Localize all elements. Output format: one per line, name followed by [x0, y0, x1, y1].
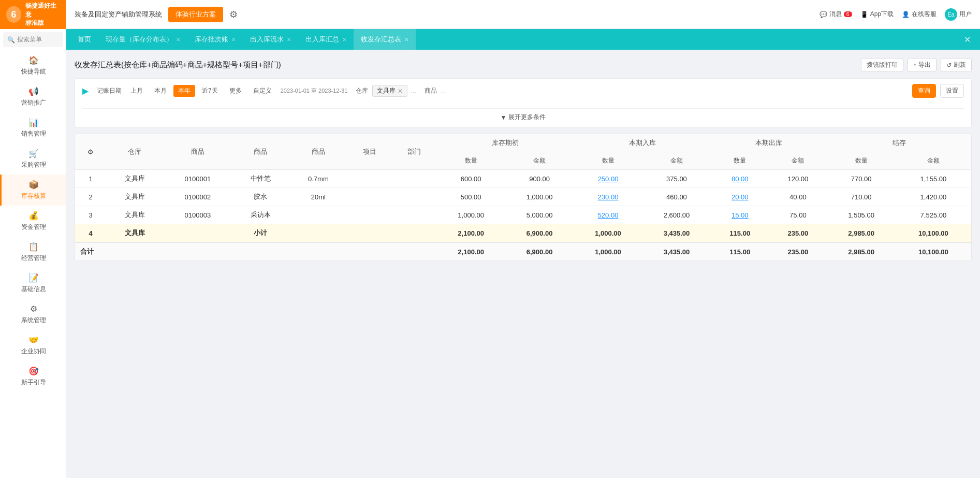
col-department-header: 部门	[392, 134, 436, 170]
sidebar-item-sales[interactable]: 📊 销售管理	[0, 112, 66, 143]
row-in-qty-link[interactable]: 520.00	[598, 211, 619, 219]
warehouse-tag[interactable]: 文具库 ✕	[372, 85, 407, 97]
message-icon: 💬	[820, 11, 827, 18]
filter-toggle-icon[interactable]: ▶	[82, 86, 89, 96]
row-project	[347, 170, 392, 188]
row-out-qty-link[interactable]: 15.00	[732, 211, 749, 219]
warehouse-ellipsis[interactable]: ...	[411, 87, 416, 95]
sidebar-item-inventory[interactable]: 📦 库存核算	[0, 175, 66, 206]
row-open-amt: 900.00	[505, 170, 574, 188]
date-btn-this-year[interactable]: 本年	[173, 85, 195, 97]
topbar-actions: 💬 消息 6 📱 App下载 👤 在线客服 Ea 用户	[820, 8, 972, 21]
tab-close-summary[interactable]: ✕	[342, 37, 346, 42]
row-out-qty[interactable]: 20.00	[711, 188, 769, 206]
row-close-amt: 1,420.00	[896, 188, 971, 206]
row-department	[392, 206, 436, 224]
footer-out-qty: 115.00	[711, 242, 769, 260]
main-content: 收发存汇总表(按仓库+商品编码+商品+规格型号+项目+部门) 拨镜版打印 ↑ 导…	[66, 50, 980, 478]
col-open-amt: 金额	[505, 152, 574, 170]
sidebar-item-system[interactable]: ⚙ 系统管理	[0, 299, 66, 330]
row-open-qty: 1,000.00	[436, 206, 505, 224]
tab-recv-send[interactable]: 收发存汇总表 ✕	[354, 29, 416, 50]
row-department	[392, 170, 436, 188]
date-btn-last-month[interactable]: 上月	[126, 85, 148, 97]
sidebar-item-enterprise[interactable]: 🤝 企业协同	[0, 330, 66, 361]
sidebar-item-purchase[interactable]: 🛒 采购管理	[0, 143, 66, 175]
row-close-amt: 10,100.00	[896, 224, 971, 243]
row-serial: 4	[75, 224, 106, 243]
row-out-qty[interactable]: 80.00	[711, 170, 769, 188]
download-icon: 📱	[860, 11, 868, 18]
system-icon: ⚙	[30, 304, 37, 314]
online-service-button[interactable]: 👤 在线客服	[902, 10, 937, 19]
message-button[interactable]: 💬 消息 6	[820, 10, 852, 19]
warehouse-tag-close[interactable]: ✕	[398, 88, 403, 95]
date-btn-7days[interactable]: 近7天	[197, 85, 223, 97]
experience-button[interactable]: 体验行业方案	[168, 7, 223, 22]
footer-label: 合计	[75, 242, 436, 260]
row-goods-spec	[289, 224, 347, 243]
goods-ellipsis[interactable]: ...	[441, 87, 447, 95]
tab-close-stock-dist[interactable]: ✕	[176, 37, 180, 42]
tab-home[interactable]: 首页	[70, 29, 98, 50]
tab-stock-dist[interactable]: 现存量（库存分布表） ✕	[98, 29, 187, 50]
warehouse-tags: 文具库 ✕ ...	[372, 85, 416, 97]
col-closing-header: 结存	[827, 134, 971, 152]
user-button[interactable]: Ea 用户	[945, 8, 972, 21]
search-menu[interactable]: 🔍 搜索菜单	[3, 32, 63, 47]
footer-close-qty: 2,985.00	[827, 242, 895, 260]
tab-close-recv-send[interactable]: ✕	[404, 37, 408, 42]
table-body: 1文具库0100001中性笔0.7mm600.00900.00250.00375…	[75, 170, 971, 243]
app-download-button[interactable]: 📱 App下载	[860, 10, 894, 19]
row-in-qty[interactable]: 230.00	[574, 188, 642, 206]
table-settings-icon[interactable]: ⚙	[87, 148, 94, 156]
row-in-qty-link[interactable]: 230.00	[598, 193, 619, 201]
query-actions: 查询 设置	[912, 84, 964, 98]
row-out-qty-link[interactable]: 20.00	[732, 193, 749, 201]
sidebar-item-operations[interactable]: 📋 经营管理	[0, 237, 66, 268]
settings-button[interactable]: 设置	[940, 84, 964, 98]
sidebar-item-basic-info[interactable]: 📝 基础信息	[0, 268, 66, 299]
sidebar-item-guide[interactable]: 🎯 新手引导	[0, 361, 66, 392]
date-btn-more[interactable]: 更多	[225, 85, 246, 97]
date-btn-this-month[interactable]: 本月	[150, 85, 171, 97]
row-open-amt: 6,900.00	[505, 224, 574, 243]
basic-info-icon: 📝	[28, 273, 39, 283]
row-in-qty[interactable]: 250.00	[574, 170, 642, 188]
goods-filter-label: 商品	[425, 86, 437, 95]
sidebar-item-marketing[interactable]: 📢 营销推广	[0, 81, 66, 112]
col-goods-code-header: 商品	[164, 134, 232, 170]
sidebar-item-quick-nav[interactable]: 🏠 快捷导航	[0, 50, 66, 81]
export-icon: ↑	[913, 62, 916, 69]
footer-open-amt: 6,900.00	[505, 242, 574, 260]
row-open-amt: 1,000.00	[505, 188, 574, 206]
refresh-button[interactable]: ↺ 刷新	[941, 58, 972, 72]
tab-close-flow[interactable]: ✕	[287, 37, 291, 42]
export-button[interactable]: ↑ 导出	[908, 58, 937, 72]
expand-conditions-button[interactable]: ▼ 展开更多条件	[82, 108, 964, 122]
purchase-icon: 🛒	[28, 149, 39, 158]
row-goods-name: 中性笔	[232, 170, 289, 188]
sidebar-item-finance[interactable]: 💰 资金管理	[0, 206, 66, 237]
col-settings[interactable]: ⚙	[75, 134, 106, 170]
tab-batch[interactable]: 库存批次账 ✕	[187, 29, 243, 50]
tab-summary[interactable]: 出入库汇总 ✕	[298, 29, 354, 50]
date-btn-custom[interactable]: 自定义	[248, 85, 276, 97]
tab-flow[interactable]: 出入库流水 ✕	[243, 29, 298, 50]
row-warehouse: 文具库	[106, 224, 164, 243]
settings-gear-icon[interactable]: ⚙	[229, 9, 238, 20]
row-project	[347, 224, 392, 243]
home-icon: 🏠	[28, 55, 39, 65]
query-button[interactable]: 查询	[912, 84, 936, 98]
tab-close-all-button[interactable]: ✕	[959, 29, 976, 50]
print-button[interactable]: 拨镜版打印	[861, 58, 903, 72]
row-project	[347, 206, 392, 224]
row-out-qty-link[interactable]: 80.00	[732, 175, 749, 183]
row-project	[347, 188, 392, 206]
row-in-qty-link[interactable]: 250.00	[598, 175, 619, 183]
row-in-qty[interactable]: 520.00	[574, 206, 642, 224]
date-buttons: 上月 本月 本年 近7天 更多 自定义	[126, 85, 276, 97]
tab-close-batch[interactable]: ✕	[231, 37, 236, 42]
row-out-qty[interactable]: 15.00	[711, 206, 769, 224]
filter-bar: ▶ 记账日期 上月 本月 本年 近7天 更多 自定义 2023-01-01 至 …	[75, 78, 972, 127]
